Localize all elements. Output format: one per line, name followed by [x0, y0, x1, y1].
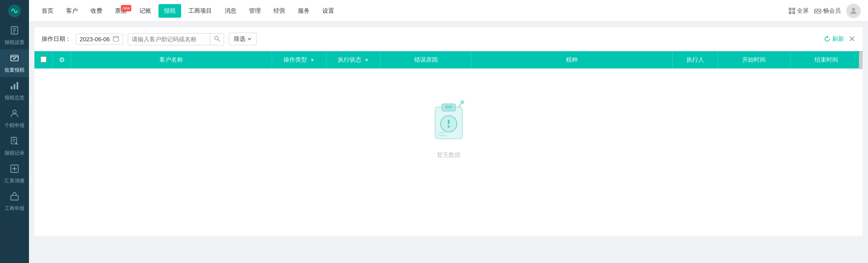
svg-point-18 [852, 8, 855, 11]
filter-label: 筛选 [234, 35, 245, 43]
gongshang-icon [10, 191, 19, 204]
sidebar-item-label: 个税申报 [5, 122, 24, 129]
calendar-icon [113, 35, 119, 43]
huisuan-icon [10, 164, 19, 176]
topnav-right: 全屏 畅会员 [789, 4, 861, 18]
content-area: 操作日期： 2023-06-06 筛选 [29, 22, 868, 263]
refresh-label: 刷新 [832, 35, 844, 43]
date-picker[interactable]: 2023-06-06 [76, 34, 123, 45]
th-client-name: 客户名称 [71, 51, 272, 68]
nav-messages[interactable]: 消息 [219, 4, 242, 18]
th-tax-type: 税种 [471, 51, 673, 68]
sidebar-item-baoshui-shezhi[interactable]: 报税设置 [0, 22, 29, 49]
vip-label: 畅会员 [823, 7, 841, 15]
nav-operations[interactable]: 经营 [268, 4, 291, 18]
piliang-baoshui-icon [10, 53, 19, 65]
svg-rect-13 [789, 8, 791, 10]
svg-rect-27 [445, 106, 452, 108]
svg-rect-14 [793, 8, 795, 10]
th-checkbox [34, 51, 53, 68]
th-start-time: 开始时间 [718, 51, 790, 68]
empty-illustration [426, 96, 471, 146]
fullscreen-label: 全屏 [797, 7, 809, 15]
sidebar-item-geshui-shenb[interactable]: 个税申报 [0, 105, 29, 132]
sidebar-item-label: 批量报税 [5, 67, 24, 73]
search-box [128, 33, 224, 45]
toolbar-right: 刷新 ✕ [824, 34, 855, 44]
search-button[interactable] [210, 34, 224, 45]
svg-rect-5 [11, 55, 19, 61]
th-end-time: 结束时间 [790, 51, 863, 68]
svg-point-30 [447, 126, 450, 128]
nav-fees[interactable]: 收费 [85, 4, 108, 18]
vip-button[interactable]: 畅会员 [814, 7, 841, 15]
svg-point-23 [215, 36, 218, 40]
svg-rect-6 [11, 86, 13, 89]
nav-clients[interactable]: 客户 [61, 4, 83, 18]
nav-home[interactable]: 首页 [36, 4, 59, 18]
th-op-type[interactable]: 操作类型 ▼ [272, 51, 326, 68]
nav-tax[interactable]: 报税 [158, 4, 181, 18]
nav-industrial[interactable]: 工商项目 [183, 4, 217, 18]
refresh-button[interactable]: 刷新 [824, 35, 844, 43]
main-area: 首页 客户 收费 票据 new 记账 报税 工商项目 消息 管理 经营 服务 设… [29, 0, 868, 263]
svg-rect-8 [17, 82, 19, 90]
baoshui-jilu-icon [10, 136, 19, 148]
content-card: 操作日期： 2023-06-06 筛选 [34, 27, 863, 236]
svg-rect-17 [815, 9, 821, 13]
svg-point-32 [461, 101, 464, 103]
sidebar-item-label: 报税设置 [5, 39, 24, 46]
svg-rect-29 [448, 120, 450, 124]
new-badge: new [121, 5, 131, 11]
nav-services[interactable]: 服务 [293, 4, 315, 18]
svg-rect-7 [14, 84, 15, 89]
th-exec-status[interactable]: 执行状态 ▼ [326, 51, 381, 68]
baoshui-zonglang-icon [10, 81, 19, 93]
topnav: 首页 客户 收费 票据 new 记账 报税 工商项目 消息 管理 经营 服务 设… [29, 0, 868, 22]
sidebar-item-label: 报税总览 [5, 94, 24, 101]
select-all-checkbox[interactable] [40, 56, 47, 63]
settings-gear-icon[interactable]: ⚙ [59, 56, 65, 63]
nav-invoices[interactable]: 票据 new [110, 4, 132, 18]
date-label: 操作日期： [42, 35, 71, 43]
sidebar: 报税设置 批量报税 报税总览 个税申报 报税记录 汇算清缴 工商 [0, 0, 29, 263]
sidebar-item-piliang-baoshui[interactable]: 批量报税 [0, 49, 29, 77]
svg-line-24 [218, 39, 220, 41]
svg-rect-19 [113, 36, 119, 41]
sort-exec-status-icon: ▼ [364, 58, 369, 63]
svg-point-9 [13, 110, 16, 113]
svg-rect-15 [789, 12, 791, 14]
date-value: 2023-06-06 [80, 36, 110, 43]
svg-rect-16 [793, 12, 795, 14]
th-executor: 执行人 [672, 51, 718, 68]
sidebar-item-label: 报税记录 [5, 150, 24, 156]
data-table: ⚙ 客户名称 操作类型 ▼ 执行状态 ▼ 错误原因 [34, 51, 863, 177]
table-header-row: ⚙ 客户名称 操作类型 ▼ 执行状态 ▼ 错误原因 [34, 51, 863, 68]
sidebar-item-huisuan-jiaona[interactable]: 汇算清缴 [0, 160, 29, 188]
search-input[interactable] [128, 34, 210, 44]
nav-settings[interactable]: 设置 [317, 4, 340, 18]
th-error-reason: 错误原因 [381, 51, 471, 68]
fullscreen-button[interactable]: 全屏 [789, 7, 809, 15]
close-button[interactable]: ✕ [849, 34, 855, 44]
empty-text: 暂无数据 [437, 151, 460, 159]
sidebar-item-gongshang-nianbao[interactable]: 工商年报 [0, 188, 29, 215]
svg-rect-12 [11, 195, 19, 200]
sort-op-type-icon: ▼ [310, 58, 315, 63]
sidebar-item-baoshui-zonglang[interactable]: 报税总览 [0, 77, 29, 105]
table-wrapper: ⚙ 客户名称 操作类型 ▼ 执行状态 ▼ 错误原因 [34, 51, 863, 177]
sidebar-item-label: 工商年报 [5, 205, 24, 212]
app-logo[interactable] [0, 0, 29, 22]
nav-management[interactable]: 管理 [244, 4, 266, 18]
table-body: 暂无数据 [34, 68, 863, 177]
sidebar-item-baoshui-jilu[interactable]: 报税记录 [0, 132, 29, 160]
user-avatar[interactable] [846, 4, 861, 18]
toolbar: 操作日期： 2023-06-06 筛选 [34, 27, 863, 51]
th-settings: ⚙ [53, 51, 71, 68]
filter-button[interactable]: 筛选 [229, 33, 257, 45]
scrollbar-indicator[interactable] [859, 51, 863, 69]
empty-state: 暂无数据 [34, 68, 863, 177]
baoshui-shezhi-icon [10, 25, 19, 38]
sidebar-item-label: 汇算清缴 [5, 177, 24, 184]
nav-accounting[interactable]: 记账 [134, 4, 157, 18]
